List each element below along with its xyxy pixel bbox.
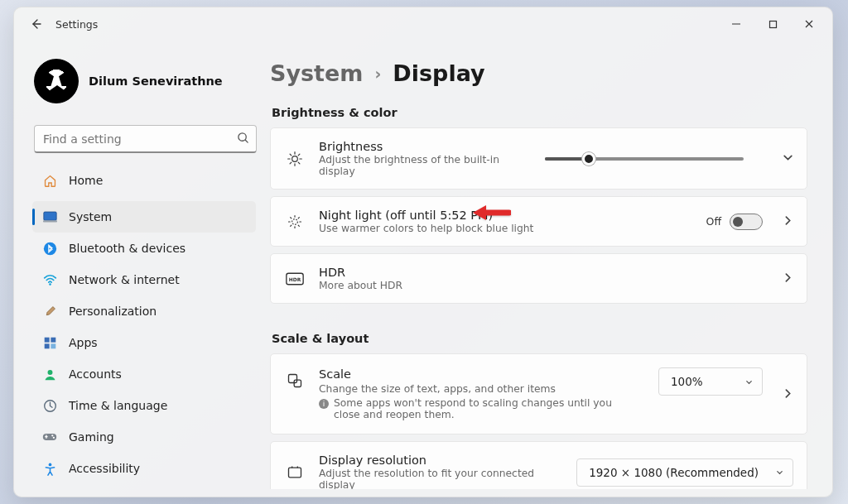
app-title: Settings: [55, 18, 98, 31]
sidebar-item-label: Personalization: [69, 305, 157, 318]
apps-icon: [42, 335, 57, 350]
svg-rect-1: [769, 21, 776, 27]
row-sub: Adjust the brightness of the built-in di…: [319, 154, 530, 177]
sidebar-item-accessibility[interactable]: Accessibility: [32, 453, 256, 484]
brightness-slider[interactable]: [545, 157, 763, 161]
avatar: [34, 59, 79, 103]
row-scale[interactable]: Scale Change the size of text, apps, and…: [270, 353, 807, 434]
dropdown-value: 1920 × 1080 (Recommended): [589, 466, 759, 479]
svg-rect-10: [44, 343, 49, 348]
sidebar: Dilum Senevirathne Home System: [14, 41, 267, 497]
breadcrumb-current: Display: [393, 60, 484, 86]
sidebar-item-personalization[interactable]: Personalization: [32, 295, 256, 327]
row-brightness[interactable]: Brightness Adjust the brightness of the …: [270, 127, 807, 190]
row-title: Scale: [319, 367, 643, 381]
profile[interactable]: Dilum Senevirathne: [34, 59, 260, 103]
breadcrumb-parent[interactable]: System: [270, 60, 363, 86]
settings-window: Settings Dilum Senevirathne Home: [13, 7, 833, 497]
gamepad-icon: [42, 430, 57, 444]
sidebar-item-label: Apps: [69, 336, 98, 349]
brush-icon: [42, 304, 57, 319]
sidebar-item-label: Accessibility: [69, 462, 140, 475]
svg-point-12: [47, 369, 52, 374]
row-title: Night light (off until 5:52 PM): [319, 209, 691, 222]
search-input[interactable]: [34, 125, 257, 153]
sidebar-item-label: Accounts: [69, 367, 122, 381]
svg-text:HDR: HDR: [289, 276, 301, 281]
row-title: Display resolution: [319, 454, 561, 467]
chevron-right-icon[interactable]: [783, 214, 793, 229]
svg-rect-8: [44, 337, 49, 342]
sidebar-item-accounts[interactable]: Accounts: [32, 358, 256, 390]
sun-icon: [286, 151, 304, 167]
toggle-label: Off: [706, 215, 721, 228]
toggle-switch[interactable]: [730, 214, 763, 230]
row-resolution[interactable]: Display resolution Adjust the resolution…: [270, 441, 807, 489]
close-button[interactable]: [791, 7, 827, 41]
night-light-icon: [286, 214, 304, 230]
sidebar-item-label: Time & language: [69, 399, 167, 412]
bluetooth-icon: [42, 241, 57, 256]
profile-name: Dilum Senevirathne: [89, 74, 223, 88]
clock-icon: [42, 398, 57, 413]
back-button[interactable]: [19, 7, 52, 41]
chevron-down-icon: [775, 468, 784, 477]
sidebar-item-gaming[interactable]: Gaming: [32, 421, 256, 453]
row-sub: Adjust the resolution to fit your connec…: [319, 468, 561, 489]
chevron-right-icon[interactable]: [783, 271, 793, 286]
sidebar-item-network[interactable]: Network & internet: [32, 264, 256, 295]
titlebar: Settings: [14, 7, 832, 41]
svg-point-2: [238, 133, 246, 141]
system-icon: [42, 209, 57, 224]
sidebar-item-home[interactable]: Home: [32, 165, 256, 196]
scale-dropdown[interactable]: 100%: [658, 367, 763, 396]
svg-point-18: [292, 156, 298, 161]
sidebar-item-label: Bluetooth & devices: [69, 242, 186, 255]
svg-rect-24: [289, 468, 301, 478]
minimize-button[interactable]: [718, 7, 754, 41]
section-title-scale: Scale & layout: [272, 332, 807, 345]
svg-point-6: [43, 242, 55, 254]
chevron-right-icon[interactable]: [783, 386, 793, 402]
svg-point-17: [48, 463, 51, 466]
wifi-icon: [42, 272, 57, 287]
maximize-button[interactable]: [754, 7, 791, 41]
sidebar-item-label: Network & internet: [69, 273, 180, 286]
svg-point-16: [53, 437, 55, 439]
chevron-down-icon: [744, 377, 754, 386]
svg-rect-14: [43, 434, 56, 440]
svg-line-3: [245, 140, 248, 142]
scale-icon: [286, 372, 304, 389]
chevron-down-icon[interactable]: [783, 151, 793, 166]
sidebar-item-label: Gaming: [69, 430, 114, 444]
svg-point-19: [292, 218, 298, 224]
night-light-toggle[interactable]: Off: [706, 214, 763, 230]
section-title-brightness: Brightness & color: [272, 106, 807, 119]
search-icon: [237, 132, 249, 147]
search: [34, 125, 257, 153]
accessibility-icon: [42, 461, 57, 476]
window-controls: [718, 7, 827, 41]
content-scroll[interactable]: Brightness & color Brightness Adjust the…: [270, 103, 826, 489]
sidebar-item-time[interactable]: Time & language: [32, 390, 256, 421]
resolution-icon: [286, 464, 304, 481]
info-icon: i: [319, 399, 329, 409]
sidebar-nav: Home System Bluetooth & devices Network …: [32, 165, 260, 490]
dropdown-value: 100%: [671, 375, 703, 388]
sidebar-item-label: Home: [69, 174, 103, 187]
sidebar-item-label: System: [69, 210, 112, 223]
sidebar-item-bluetooth[interactable]: Bluetooth & devices: [32, 233, 256, 264]
person-icon: [42, 367, 57, 382]
row-sub: Change the size of text, apps, and other…: [319, 383, 643, 395]
resolution-dropdown[interactable]: 1920 × 1080 (Recommended): [576, 458, 793, 487]
sidebar-item-system[interactable]: System: [32, 201, 256, 233]
svg-rect-5: [43, 220, 57, 222]
svg-rect-23: [294, 380, 301, 386]
hdr-icon: HDR: [286, 272, 304, 286]
row-sub: Use warmer colors to help block blue lig…: [319, 223, 691, 234]
row-night-light[interactable]: Night light (off until 5:52 PM) Use warm…: [270, 196, 807, 247]
content: System › Display Brightness & color Brig…: [267, 41, 832, 497]
row-title: Brightness: [319, 140, 530, 153]
sidebar-item-apps[interactable]: Apps: [32, 327, 256, 358]
row-hdr[interactable]: HDR HDR More about HDR: [270, 253, 807, 304]
